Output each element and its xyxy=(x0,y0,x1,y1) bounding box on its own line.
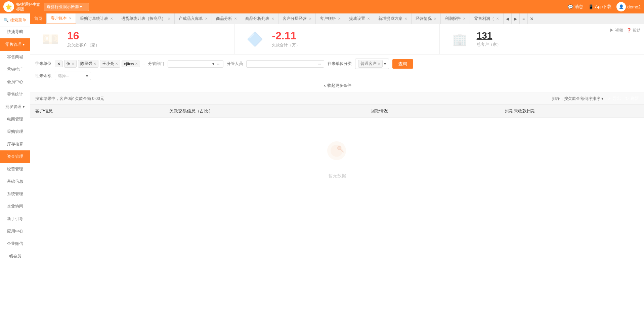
tab-purchase-order-stats[interactable]: 采购订单统计表 ✕ xyxy=(76,13,117,24)
sidebar-item-enterprise[interactable]: 企业协同 xyxy=(0,200,30,213)
filter-area: 往来单位 ✕ 伍✕ 陈民强✕ 王小亮 xyxy=(30,55,644,93)
remove-chen[interactable]: ✕ xyxy=(93,62,96,66)
tab-customer-contact[interactable]: 客户联络 ✕ xyxy=(316,13,345,24)
tab-product-analysis-list[interactable]: 商品分析列表 ✕ xyxy=(241,13,278,24)
tab-scroll-left[interactable]: ◀ xyxy=(503,13,511,24)
sidebar-item-wx-work[interactable]: 企业微信 xyxy=(0,238,30,250)
tab-retail-profit[interactable]: 零售利润（ ✕ xyxy=(470,13,503,24)
refresh-btn[interactable]: ↻ 刷新 xyxy=(625,96,639,102)
close-tab-inbound[interactable]: ✕ xyxy=(168,17,170,21)
balance-label: 往来余额 xyxy=(35,73,51,79)
col-header-due-date: 到期未收款日期 xyxy=(505,108,639,114)
remove-cjttcw[interactable]: ✕ xyxy=(135,62,138,66)
filter-tag-chen[interactable]: 陈民强✕ xyxy=(78,60,98,68)
sidebar-item-inventory[interactable]: 库存核算 xyxy=(0,138,30,150)
search-icon: 🔍 xyxy=(4,18,9,23)
col-header-customer-info: 客户信息 xyxy=(35,108,169,114)
stat-content-3: 131 总客户（家） xyxy=(477,31,501,47)
sidebar-item-member-center[interactable]: 会员中心 xyxy=(0,76,30,88)
col-header-repayment: 回款情况 xyxy=(371,108,505,114)
person-dropdown[interactable]: ··· xyxy=(246,60,324,68)
tab-new-achievement[interactable]: 新增提成方案 ✕ xyxy=(374,13,412,24)
unit-category-dropdown[interactable]: 普通客户 ✕ ▾ xyxy=(355,59,389,69)
tab-menu[interactable]: ≡ xyxy=(519,13,527,24)
sidebar-item-purchase[interactable]: 采购管理 xyxy=(0,125,30,138)
close-tab-customer-contact[interactable]: ✕ xyxy=(338,17,341,21)
sidebar-item-retail-mall[interactable]: 零售商城 xyxy=(0,51,30,63)
sidebar-item-retail-mgmt[interactable]: 零售管理 ▾ xyxy=(0,38,30,51)
filter-row-1: 往来单位 ✕ 伍✕ 陈民强✕ 王小亮 xyxy=(35,59,639,69)
close-tab-profit[interactable]: ✕ xyxy=(463,17,466,21)
tab-cost-inbound[interactable]: 产成品入库单 ✕ xyxy=(175,13,212,24)
close-tab-retail-profit[interactable]: ✕ xyxy=(496,17,499,21)
close-tab-product-list[interactable]: ✕ xyxy=(271,17,274,21)
content-area: 首页 客户账本 ✕ 采购订单统计表 ✕ 进货单统计表（按商品） ✕ 产成品入库单… xyxy=(30,13,644,325)
person-label: 分管人员 xyxy=(227,61,243,67)
close-tab-biz[interactable]: ✕ xyxy=(434,17,436,21)
stat-block-amount: 🔷 -2.11 欠款合计（万） xyxy=(235,24,439,54)
filter-more-units[interactable]: ... xyxy=(141,62,145,66)
sidebar-item-new-guide[interactable]: 新手引导 xyxy=(0,213,30,225)
video-btn[interactable]: ▶ 视频 xyxy=(610,28,623,33)
sidebar-item-basic-info[interactable]: 基础信息 xyxy=(0,175,30,188)
sidebar-item-app-center[interactable]: 应用中心 xyxy=(0,225,30,238)
sidebar-item-finance[interactable]: 资金管理 xyxy=(0,150,30,163)
dept-more-dots[interactable]: ··· xyxy=(217,62,220,66)
collapse-btn[interactable]: ∧ 收起更多条件 xyxy=(323,83,351,88)
sidebar-item-marketing[interactable]: 营销推广 xyxy=(0,63,30,76)
filter-tag-wu[interactable]: 伍✕ xyxy=(64,60,77,68)
sidebar-item-operations[interactable]: 经营管理 xyxy=(0,163,30,175)
tab-scroll-right[interactable]: ▶ xyxy=(511,13,519,24)
tab-inbound-stats[interactable]: 进货单统计表（按商品） ✕ xyxy=(117,13,175,24)
close-tab-customer-accounts[interactable]: ✕ xyxy=(69,16,72,20)
top-bar: 🌟 畅捷通好生意 标版 母婴行业演示帐套 ▾ 💬 消息 📱 App下载 👤 de… xyxy=(0,0,644,13)
app-container: 🌟 畅捷通好生意 标版 母婴行业演示帐套 ▾ 💬 消息 📱 App下载 👤 de… xyxy=(0,0,644,325)
stat-number-total: 131 xyxy=(477,31,501,40)
sidebar-quick-nav[interactable]: 快捷导航 xyxy=(0,27,30,38)
tab-biz-status[interactable]: 经营情况 ✕ xyxy=(412,13,441,24)
close-tab-tips[interactable]: ✕ xyxy=(367,17,370,21)
empty-text: 暂无数据 xyxy=(329,173,346,179)
close-tab-achievement[interactable]: ✕ xyxy=(404,17,407,21)
close-tab-customer-tier[interactable]: ✕ xyxy=(309,17,311,21)
results-info: 搜索结果中，客户0家 欠款金额 0.00元 xyxy=(35,96,104,102)
stat-label-customers: 总欠款客户（家） xyxy=(67,42,99,48)
query-button[interactable]: 查询 xyxy=(392,59,413,69)
stat-label-total: 总客户（家） xyxy=(477,42,501,47)
user-avatar[interactable]: 👤 demo2 xyxy=(616,2,641,11)
sidebar-search[interactable]: 🔍 搜索菜单 xyxy=(0,13,30,27)
sidebar-item-system[interactable]: 系统管理 xyxy=(0,188,30,200)
filter-tag-cjttcw[interactable]: cjttcw✕ xyxy=(122,61,140,67)
message-btn[interactable]: 💬 消息 xyxy=(568,4,583,10)
sort-dropdown[interactable]: 排序：按欠款金额倒序排序 ▾ xyxy=(552,96,603,102)
close-tab-cost[interactable]: ✕ xyxy=(205,17,208,21)
filter-tag-wang[interactable]: 王小亮✕ xyxy=(100,60,120,68)
close-tab-product-analysis[interactable]: ✕ xyxy=(234,17,237,21)
tab-customer-tier[interactable]: 客户分层经营 ✕ xyxy=(278,13,316,24)
tab-home[interactable]: 首页 xyxy=(30,13,47,24)
close-tab-purchase[interactable]: ✕ xyxy=(110,17,113,21)
stat-icon-3: 🏢 xyxy=(450,29,470,49)
dept-dropdown[interactable]: ▾ ··· xyxy=(168,60,223,68)
balance-dropdown[interactable]: 选择... ▾ xyxy=(55,72,91,80)
tab-customer-accounts[interactable]: 客户账本 ✕ xyxy=(47,13,76,24)
remove-wu[interactable]: ✕ xyxy=(72,62,74,66)
tab-profit-report[interactable]: 利润报告 ✕ xyxy=(441,13,470,24)
tab-close-all[interactable]: ✕ xyxy=(527,13,535,24)
svg-point-1 xyxy=(331,145,343,157)
message-icon: 💬 xyxy=(568,4,573,9)
remove-wang[interactable]: ✕ xyxy=(115,62,118,66)
stats-row: 💴 16 总欠款客户（家） 🔷 -2.11 欠款合计（万） xyxy=(30,24,644,55)
filter-tag-normal-customer: 普通客户 ✕ xyxy=(358,60,383,68)
remove-normal-customer[interactable]: ✕ xyxy=(378,62,380,66)
help-btn[interactable]: ❓ 帮助 xyxy=(627,28,641,33)
export-btn[interactable]: ↗ 导出 xyxy=(607,96,621,102)
sidebar-item-member[interactable]: 畅会员 xyxy=(0,250,30,262)
sidebar-item-ecommerce[interactable]: 电商管理 xyxy=(0,113,30,125)
sidebar-item-wholesale[interactable]: 批发管理 ▾ xyxy=(0,101,30,113)
app-download-btn[interactable]: 📱 App下载 xyxy=(588,4,611,10)
demo-selector[interactable]: 母婴行业演示帐套 ▾ xyxy=(44,3,89,11)
tab-tips-settings[interactable]: 提成设置 ✕ xyxy=(345,13,374,24)
tab-product-analysis[interactable]: 商品分析 ✕ xyxy=(212,13,241,24)
sidebar-item-retail-stats[interactable]: 零售统计 xyxy=(0,88,30,101)
